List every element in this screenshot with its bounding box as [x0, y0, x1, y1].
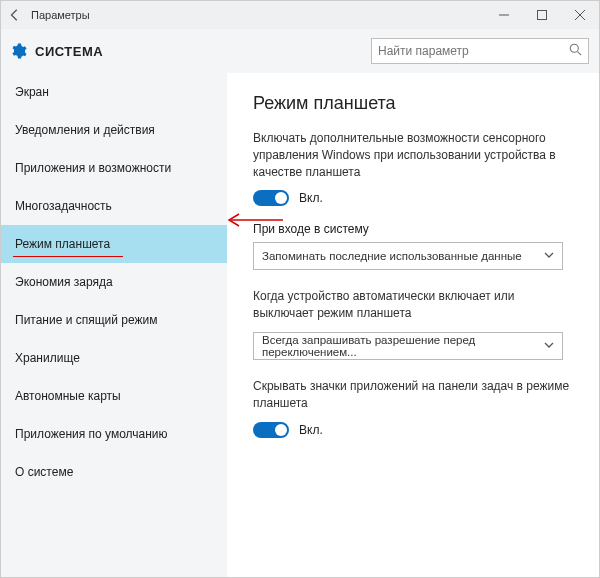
sidebar-item-default-apps[interactable]: Приложения по умолчанию: [1, 415, 227, 453]
app-title: СИСТЕМА: [35, 44, 103, 59]
sidebar-item-label: Многозадачность: [15, 199, 112, 213]
svg-point-4: [570, 44, 578, 52]
annotation-arrow: [227, 213, 285, 227]
back-button[interactable]: [1, 1, 29, 29]
sidebar-item-battery-saver[interactable]: Экономия заряда: [1, 263, 227, 301]
page-title: Режим планшета: [253, 93, 573, 114]
gear-icon: [7, 40, 29, 62]
titlebar: Параметры: [1, 1, 599, 29]
svg-rect-1: [538, 11, 547, 20]
close-button[interactable]: [561, 1, 599, 29]
sidebar-item-label: Питание и спящий режим: [15, 313, 158, 327]
maximize-button[interactable]: [523, 1, 561, 29]
sidebar-item-multitasking[interactable]: Многозадачность: [1, 187, 227, 225]
sidebar-item-label: Автономные карты: [15, 389, 121, 403]
setting-description-hide-icons: Скрывать значки приложений на панели зад…: [253, 378, 573, 412]
sidebar-item-tablet-mode[interactable]: Режим планшета: [1, 225, 227, 263]
sidebar-item-label: О системе: [15, 465, 73, 479]
sidebar-item-label: Экономия заряда: [15, 275, 113, 289]
select-auto-switch-behavior[interactable]: Всегда запрашивать разрешение перед пере…: [253, 332, 563, 360]
search-box[interactable]: [371, 38, 589, 64]
sidebar-item-notifications[interactable]: Уведомления и действия: [1, 111, 227, 149]
sidebar-item-storage[interactable]: Хранилище: [1, 339, 227, 377]
select-signin-behavior[interactable]: Запоминать последние использованные данн…: [253, 242, 563, 270]
sidebar-item-power-sleep[interactable]: Питание и спящий режим: [1, 301, 227, 339]
search-icon: [569, 43, 582, 59]
sidebar: Экран Уведомления и действия Приложения …: [1, 73, 227, 577]
section-label-signin: При входе в систему: [253, 222, 573, 236]
sidebar-item-label: Экран: [15, 85, 49, 99]
sidebar-item-about[interactable]: О системе: [1, 453, 227, 491]
annotation-underline: [13, 256, 123, 258]
search-input[interactable]: [378, 44, 569, 58]
sidebar-item-label: Приложения по умолчанию: [15, 427, 168, 441]
svg-line-5: [578, 52, 582, 56]
toggle-label: Вкл.: [299, 423, 323, 437]
sidebar-item-label: Уведомления и действия: [15, 123, 155, 137]
sidebar-item-label: Режим планшета: [15, 237, 110, 251]
select-value: Запоминать последние использованные данн…: [262, 250, 522, 262]
toggle-row-hide-icons: Вкл.: [253, 422, 573, 438]
section-label-auto-switch: Когда устройство автоматически включает …: [253, 288, 573, 322]
window-title: Параметры: [31, 9, 90, 21]
setting-description: Включать дополнительные возможности сенс…: [253, 130, 573, 180]
sidebar-item-label: Хранилище: [15, 351, 80, 365]
settings-window: Параметры СИСТЕМА Экран Уведомления и де…: [0, 0, 600, 578]
body: Экран Уведомления и действия Приложения …: [1, 73, 599, 577]
sidebar-item-label: Приложения и возможности: [15, 161, 171, 175]
chevron-down-icon: [544, 250, 554, 262]
chevron-down-icon: [544, 340, 554, 352]
toggle-row-tablet-mode: Вкл.: [253, 190, 573, 206]
header: СИСТЕМА: [1, 29, 599, 73]
sidebar-item-apps-features[interactable]: Приложения и возможности: [1, 149, 227, 187]
sidebar-item-display[interactable]: Экран: [1, 73, 227, 111]
toggle-tablet-mode[interactable]: [253, 190, 289, 206]
toggle-label: Вкл.: [299, 191, 323, 205]
content-area: Режим планшета Включать дополнительные в…: [227, 73, 599, 577]
select-value: Всегда запрашивать разрешение перед пере…: [262, 334, 544, 358]
sidebar-item-offline-maps[interactable]: Автономные карты: [1, 377, 227, 415]
toggle-hide-taskbar-icons[interactable]: [253, 422, 289, 438]
minimize-button[interactable]: [485, 1, 523, 29]
